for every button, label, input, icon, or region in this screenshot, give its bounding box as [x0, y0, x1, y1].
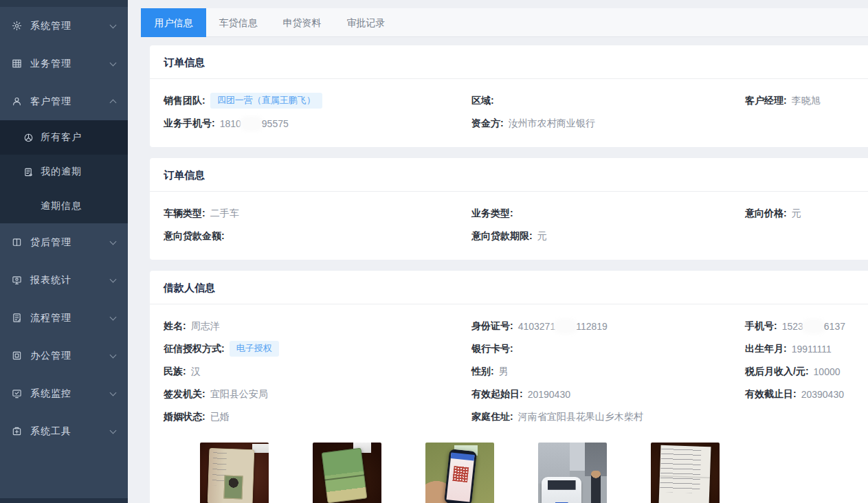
sidebar-item-system-monitoring[interactable]: 系统监控 [0, 375, 128, 412]
chevron-down-icon [110, 21, 117, 28]
sidebar-item-system-tools[interactable]: 系统工具 [0, 412, 128, 450]
field-value: 李晓旭 [792, 95, 821, 107]
sidebar-item-label: 流程管理 [30, 312, 71, 324]
redacted-blur [242, 119, 261, 128]
field-row: 销售团队:四团一营（直属王鹏飞）区域:客户经理:李晓旭 [164, 89, 868, 112]
card-divider [150, 78, 868, 79]
card-fields: 姓名:周志洋身份证号:4103271112819手机号:15236137征信授权… [164, 315, 868, 428]
sidebar-item-all-customers[interactable]: 所有客户 [0, 120, 128, 155]
field-label: 银行卡号: [471, 343, 513, 355]
field-label: 身份证号: [471, 320, 513, 333]
sidebar-item-customer-management[interactable]: 客户管理 [0, 82, 128, 120]
field-valid-to: 有效截止日:20390430 [745, 388, 868, 401]
field-intent-price: 意向价格:元 [745, 208, 868, 220]
sidebar-menu: 系统管理业务管理客户管理所有客户我的逾期逾期信息贷后管理报表统计流程管理办公管理… [0, 7, 128, 450]
field-value: 19911111 [792, 344, 832, 355]
field-value: 男 [499, 366, 509, 378]
field-row: 姓名:周志洋身份证号:4103271112819手机号:15236137 [164, 315, 868, 337]
main-content: 用户信息车贷信息申贷资料审批记录 订单信息销售团队:四团一营（直属王鹏飞）区域:… [128, 0, 868, 503]
field-intent-loan-amount: 意向贷款金额: [164, 230, 471, 243]
sidebar-item-label: 客户管理 [30, 96, 71, 108]
sidebar-item-label: 系统工具 [30, 425, 71, 438]
field-label: 家庭住址: [471, 411, 513, 423]
submenu-customer-management: 所有客户我的逾期逾期信息 [0, 120, 128, 223]
field-label: 征信授权方式: [164, 343, 225, 355]
card-title: 借款人信息 [164, 282, 868, 295]
sidebar-item-label: 所有客户 [41, 131, 82, 144]
field-label: 业务类型: [471, 208, 513, 220]
field-intent-loan-term: 意向贷款期限:元 [471, 230, 745, 243]
monitor-icon [11, 275, 22, 286]
monitor-check-icon [11, 388, 22, 399]
qr-auth-photo[interactable] [425, 443, 494, 503]
chevron-down-icon [110, 276, 117, 282]
field-business-type: 业务类型: [471, 208, 745, 220]
green-booklet-photo[interactable] [313, 443, 381, 503]
sales-team-tag[interactable]: 四团一营（直属王鹏飞） [210, 93, 322, 108]
sidebar-item-post-loan-management[interactable]: 贷后管理 [0, 223, 128, 261]
card-title: 订单信息 [164, 56, 868, 69]
tab-user-info[interactable]: 用户信息 [141, 8, 206, 37]
field-value: 15236137 [782, 321, 845, 332]
sidebar-item-office-management[interactable]: 办公管理 [0, 337, 128, 375]
redacted-blur [556, 322, 575, 331]
field-value: 10000 [814, 366, 841, 377]
sidebar-item-label: 业务管理 [30, 58, 71, 70]
field-bank-card: 银行卡号: [471, 343, 745, 355]
office-icon [11, 350, 22, 361]
field-ethnicity: 民族:汉 [164, 366, 471, 378]
field-value: 元 [792, 208, 801, 220]
field-row: 征信授权方式:电子授权银行卡号:出生年月:19911111 [164, 337, 868, 360]
sidebar-item-overdue-info[interactable]: 逾期信息 [0, 189, 128, 223]
photo-item: 授权证明 [425, 443, 494, 503]
toolbox-icon [11, 426, 22, 437]
field-credit-auth-method: 征信授权方式:电子授权 [164, 341, 471, 356]
tab-car-loan-info[interactable]: 车贷信息 [206, 8, 270, 37]
field-value: 181095575 [220, 118, 289, 129]
field-label: 签发机关: [164, 388, 205, 401]
field-value: 20390430 [801, 389, 844, 400]
order-info-card-1: 订单信息销售团队:四团一营（直属王鹏飞）区域:客户经理:李晓旭业务手机号:181… [150, 45, 868, 147]
tab-bar: 用户信息车贷信息申贷资料审批记录 [141, 8, 868, 37]
book-open-icon [11, 237, 22, 248]
chevron-down-icon [110, 238, 117, 245]
field-gender: 性别:男 [471, 366, 745, 378]
sidebar-item-label: 系统管理 [30, 20, 71, 32]
field-borrower-name: 姓名:周志洋 [164, 320, 471, 333]
sidebar-item-label: 逾期信息 [41, 200, 82, 212]
sidebar-item-system-management[interactable]: 系统管理 [0, 7, 128, 45]
card-title: 订单信息 [164, 169, 868, 182]
field-valid-from: 有效起始日:20190430 [471, 388, 745, 401]
sidebar-item-my-overdue[interactable]: 我的逾期 [0, 155, 128, 189]
field-label: 有效截止日: [745, 388, 797, 401]
field-label: 民族: [164, 366, 186, 378]
photo-item: 人车合影 [538, 443, 607, 503]
field-business-phone: 业务手机号:181095575 [164, 118, 471, 130]
car-owner-photo[interactable] [538, 443, 607, 503]
field-label: 车辆类型: [164, 208, 205, 220]
gear-icon [11, 21, 22, 32]
chevron-down-icon [110, 351, 117, 358]
sidebar-item-business-management[interactable]: 业务管理 [0, 45, 128, 82]
sidebar-item-label: 报表统计 [30, 274, 71, 287]
field-vehicle-type: 车辆类型:二手车 [164, 208, 471, 220]
tab-loan-application-docs[interactable]: 申贷资料 [270, 8, 334, 37]
id-card-photo[interactable] [200, 443, 269, 503]
sidebar-bottom-strip [0, 498, 128, 503]
field-value: 汝州市农村商业银行 [509, 118, 595, 130]
chevron-down-icon [110, 313, 117, 320]
field-value: 已婚 [210, 411, 230, 423]
sidebar: 系统管理业务管理客户管理所有客户我的逾期逾期信息贷后管理报表统计流程管理办公管理… [0, 0, 128, 503]
field-label: 意向贷款期限: [471, 230, 533, 243]
field-label: 意向价格: [745, 208, 787, 220]
customers-icon [23, 132, 34, 143]
document-photo[interactable] [651, 443, 720, 503]
sidebar-item-process-management[interactable]: 流程管理 [0, 299, 128, 337]
tab-approval-records[interactable]: 审批记录 [334, 8, 398, 37]
field-row: 车辆类型:二手车业务类型:意向价格:元 [164, 202, 868, 225]
field-label: 出生年月: [745, 343, 787, 355]
field-home-address: 家庭住址:河南省宜阳县花果山乡木柴村 [471, 411, 745, 423]
chevron-down-icon [110, 59, 117, 66]
sidebar-item-report-statistics[interactable]: 报表统计 [0, 261, 128, 299]
chevron-up-icon [110, 100, 117, 107]
